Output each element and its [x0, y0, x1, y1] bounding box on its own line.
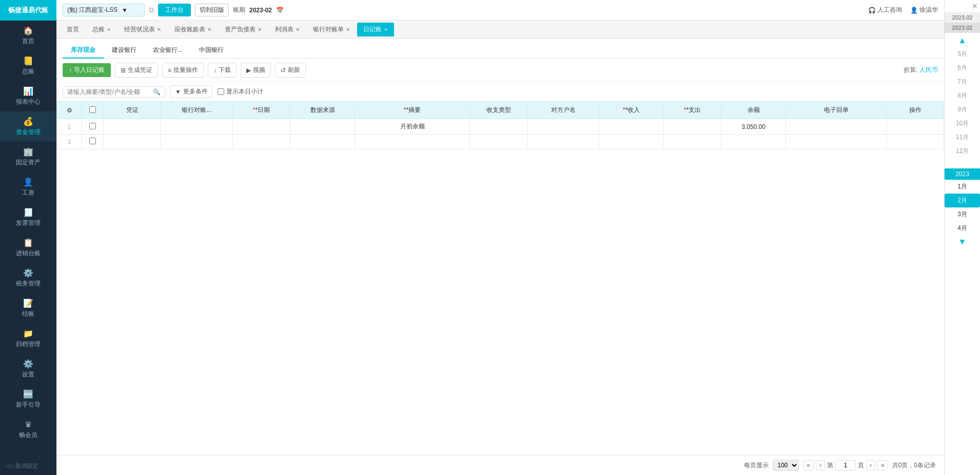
sidebar-item-wage[interactable]: 👤 工资 — [0, 172, 56, 202]
sidebar-item-home[interactable]: 🏠 首页 — [0, 21, 56, 51]
month-6[interactable]: 6月 — [945, 61, 980, 75]
tab-bank-statement-close[interactable]: ✕ — [346, 27, 350, 32]
unpin-button[interactable]: ◁◁ 取消固定 — [0, 457, 56, 475]
settings-icon: ⚙️ — [23, 359, 33, 369]
tab-home-label: 首页 — [67, 25, 79, 34]
more-conditions-button[interactable]: ▼ 更多条件 — [170, 85, 212, 98]
page-input[interactable] — [835, 460, 856, 470]
generate-voucher-button[interactable]: ⊞ 生成凭证 — [115, 63, 158, 78]
sidebar-item-invoice[interactable]: 🧾 发票管理 — [0, 202, 56, 233]
sidebar-item-ledger[interactable]: 📒 总账 — [0, 51, 56, 81]
prev-page-button[interactable]: ‹ — [816, 460, 825, 470]
sidebar-item-guide[interactable]: 🆕 新手引导 — [0, 384, 56, 414]
col-bank-header: 银行对账... — [161, 102, 233, 119]
cur-month-3[interactable]: 3月 — [945, 207, 980, 221]
tab-ledger-close[interactable]: ✕ — [107, 27, 111, 32]
content-area: 库存现金 建设银行 农业银行... 中国银行 ↑ 导入日记账 ⊞ 生成凭证 — [56, 39, 944, 475]
sidebar-item-report[interactable]: 📊 报表中心 — [0, 81, 56, 111]
month-5[interactable]: 5月 — [945, 47, 980, 61]
tab-business[interactable]: 经营状况表 ✕ — [118, 23, 167, 36]
calendar-icon[interactable]: 📅 — [276, 7, 284, 14]
row-date-cell — [233, 135, 290, 149]
sub-tab-cash[interactable]: 库存现金 — [63, 43, 104, 59]
row-checkbox[interactable] — [89, 123, 96, 129]
per-page-select[interactable]: 100 50 200 — [773, 460, 799, 471]
col-check-header[interactable] — [82, 102, 104, 119]
main-toolbar: ↑ 导入日记账 ⊞ 生成凭证 ≡ 批量操作 ↓ 下载 ▶ 视频 ↺ 刷新 — [56, 59, 944, 82]
tab-receivable[interactable]: 应收账龄表 ✕ — [168, 23, 218, 36]
voucher-icon: ⊞ — [121, 67, 126, 74]
search-input[interactable] — [67, 88, 151, 96]
period-value: 2023-02 — [249, 7, 272, 14]
month-8[interactable]: 8月 — [945, 89, 980, 103]
last-page-button[interactable]: » — [877, 460, 888, 470]
workbench-button[interactable]: 工作台 — [158, 4, 191, 16]
table-row: 1 月初余额 3,050.00 — [57, 119, 944, 135]
currency-label: 折算: — [904, 66, 917, 74]
row-summary-cell: 月初余额 — [355, 119, 470, 135]
cur-month-2[interactable]: 2月 — [945, 194, 980, 207]
sidebar-item-settle[interactable]: 📝 结账 — [0, 293, 56, 324]
row-checkbox[interactable] — [89, 138, 96, 144]
prev-year-period[interactable]: 2023.02 — [945, 12, 980, 23]
show-daily-checkbox-label[interactable]: 显示本日小计 — [218, 87, 263, 96]
tab-bank-statement[interactable]: 银行对账单 ✕ — [307, 23, 356, 36]
row-check-cell[interactable] — [82, 135, 104, 149]
tab-assets-liab-close[interactable]: ✕ — [258, 27, 262, 32]
tab-journal[interactable]: 日记账 ✕ — [357, 23, 394, 36]
total-text: 共0页，0条记录 — [892, 461, 936, 470]
customer-service[interactable]: 🎧 人工咨询 — [868, 6, 902, 14]
row-check-cell[interactable] — [82, 119, 104, 135]
show-daily-checkbox[interactable] — [218, 88, 224, 95]
sidebar-item-label: 固定资产 — [16, 158, 41, 167]
refresh-button[interactable]: ↺ 刷新 — [275, 63, 306, 78]
sub-tab-abc[interactable]: 农业银行... — [145, 43, 191, 59]
col-voucher-header: 凭证 — [104, 102, 161, 119]
tab-profit-close[interactable]: ✕ — [296, 27, 300, 32]
up-arrow[interactable]: ▲ — [958, 34, 967, 47]
sidebar-item-tax[interactable]: ⚙️ 税务管理 — [0, 263, 56, 293]
currency-link[interactable]: 人民币 — [919, 66, 938, 74]
tab-assets-liab[interactable]: 资产负债表 ✕ — [219, 23, 268, 36]
month-10[interactable]: 10月 — [945, 117, 980, 130]
col-settings-header[interactable]: ⚙ — [57, 102, 82, 119]
month-11[interactable]: 11月 — [945, 130, 980, 144]
download-button[interactable]: ↓ 下载 — [208, 63, 237, 78]
row-num-cell: 2 — [57, 135, 82, 149]
copy-icon[interactable]: ⧉ — [149, 6, 154, 14]
import-journal-button[interactable]: ↑ 导入日记账 — [63, 63, 111, 77]
first-page-button[interactable]: « — [803, 460, 814, 470]
search-box[interactable]: 🔍 — [63, 86, 165, 98]
down-arrow[interactable]: ▼ — [958, 235, 967, 249]
cur-month-1[interactable]: 1月 — [945, 180, 980, 194]
next-page-button[interactable]: › — [866, 460, 875, 470]
tab-ledger[interactable]: 总账 ✕ — [86, 23, 117, 36]
sidebar-item-fund[interactable]: 💰 资金管理 — [0, 111, 56, 142]
sidebar-item-settings[interactable]: ⚙️ 设置 — [0, 354, 56, 384]
tab-receivable-close[interactable]: ✕ — [207, 27, 211, 32]
sidebar-item-assets[interactable]: 🏢 固定资产 — [0, 142, 56, 172]
select-all-checkbox[interactable] — [89, 106, 96, 113]
sidebar-item-sales[interactable]: 📋 进销台账 — [0, 233, 56, 263]
month-12[interactable]: 12月 — [945, 144, 980, 158]
switch-version-button[interactable]: 切到旧版 — [195, 4, 229, 16]
video-button[interactable]: ▶ 视频 — [241, 63, 271, 78]
sub-tab-ccb[interactable]: 建设银行 — [104, 43, 145, 59]
batch-operation-button[interactable]: ≡ 批量操作 — [162, 63, 204, 78]
user-profile[interactable]: 👤 徐温华 — [910, 6, 938, 14]
tab-home[interactable]: 首页 — [61, 23, 85, 36]
cur-month-4[interactable]: 4月 — [945, 221, 980, 235]
company-selector[interactable]: (勉) 江西超宝-LSS ▼ — [63, 4, 145, 16]
tab-profit[interactable]: 利润表 ✕ — [269, 23, 306, 36]
sub-tab-boc[interactable]: 中国银行 — [191, 43, 232, 59]
right-panel-close-button[interactable]: ✕ — [972, 2, 978, 10]
sidebar-item-vip[interactable]: ♛ 畅会员 — [0, 414, 56, 445]
row-electronic-cell — [786, 135, 887, 149]
row-num-cell: 1 — [57, 119, 82, 135]
tab-journal-close[interactable]: ✕ — [384, 27, 388, 32]
sidebar-item-archive[interactable]: 📁 归档管理 — [0, 324, 56, 354]
month-7[interactable]: 7月 — [945, 75, 980, 89]
tab-business-close[interactable]: ✕ — [157, 27, 161, 32]
month-9[interactable]: 9月 — [945, 103, 980, 117]
col-electronic-header: 电子回单 — [786, 102, 887, 119]
